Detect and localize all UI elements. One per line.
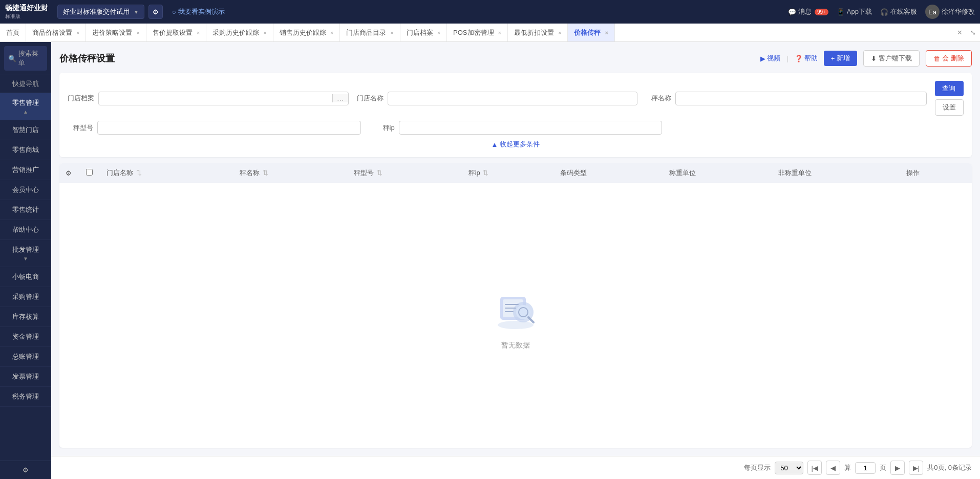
sidebar-item-ledger[interactable]: 总账管理 — [0, 347, 51, 367]
top-bar-left: 畅捷通好业财 标准版 好业财标准版交付试用 ▼ ⚙ ○ 我要看实例演示 — [5, 4, 225, 20]
page-number-input[interactable] — [855, 462, 876, 474]
tab-price-scale[interactable]: 价格传秤 × — [568, 24, 614, 42]
user-menu-button[interactable]: Ea 徐泽华修改 — [925, 5, 975, 19]
settings-icon[interactable]: ⚙ — [66, 169, 72, 177]
tab-product-price-label: 商品价格设置 — [32, 28, 72, 37]
sidebar-item-label: 总账管理 — [12, 352, 39, 361]
sidebar-item-label: 帮助中心 — [12, 225, 39, 234]
tab-store-catalog[interactable]: 门店商品目录 × — [340, 24, 400, 42]
scale-name-input[interactable] — [675, 92, 927, 105]
sidebar-item-finance[interactable]: 资金管理 — [0, 327, 51, 347]
demo-link[interactable]: ○ 我要看实例演示 — [172, 7, 225, 16]
sidebar-item-label: 小畅电商 — [12, 272, 39, 281]
th-scale-ip: 秤ip ⇅ — [462, 163, 554, 183]
sidebar-item-label: 会员中心 — [12, 185, 39, 194]
sidebar-item-smart-store[interactable]: 智慧门店 — [0, 120, 51, 140]
sort-icon: ⇅ — [263, 169, 268, 177]
tab-sales-history[interactable]: 销售历史价跟踪 × — [273, 24, 340, 42]
sidebar-item-inventory[interactable]: 库存核算 — [0, 307, 51, 327]
scale-model-label: 秤型号 — [68, 123, 93, 133]
version-settings-button[interactable]: ⚙ — [148, 5, 163, 19]
close-icon[interactable]: × — [197, 30, 200, 36]
tab-sale-price-label: 售价提取设置 — [153, 28, 193, 37]
store-name-label: 门店名称 — [357, 94, 384, 103]
tab-store-profile[interactable]: 门店档案 × — [400, 24, 447, 42]
help-link[interactable]: ❓ 帮助 — [795, 54, 818, 63]
message-label: 消息 — [798, 7, 812, 16]
download-client-button[interactable]: ⬇ 客户端下载 — [863, 50, 920, 67]
store-file-input[interactable] — [99, 92, 332, 105]
sidebar-item-wholesale[interactable]: 批发管理 ▼ — [0, 240, 51, 267]
close-icon[interactable]: × — [263, 30, 266, 36]
sidebar-item-retail-stats[interactable]: 零售统计 — [0, 200, 51, 220]
store-name-field: 门店名称 — [357, 92, 638, 105]
sidebar-item-ecommerce[interactable]: 小畅电商 — [0, 267, 51, 287]
close-icon[interactable]: × — [330, 30, 333, 36]
online-service-button[interactable]: 🎧 在线客服 — [880, 7, 917, 16]
search-menu-button[interactable]: 🔍 搜索菜单 — [4, 46, 47, 71]
close-icon[interactable]: × — [498, 30, 501, 36]
tab-home[interactable]: 首页 — [0, 24, 26, 42]
collapse-button[interactable]: ▲ 收起更多条件 — [492, 140, 540, 149]
more-button[interactable]: … — [332, 94, 348, 102]
tab-min-discount[interactable]: 最低折扣设置 × — [508, 24, 568, 42]
app-download-button[interactable]: 📱 App下载 — [837, 7, 872, 16]
last-page-button[interactable]: ▶| — [909, 461, 923, 475]
sidebar: 🔍 搜索菜单 快捷导航 零售管理 ▲ 智慧门店 零售商城 营销推广 会员中心 零… — [0, 42, 51, 479]
scale-ip-input[interactable] — [399, 121, 663, 135]
video-link[interactable]: ▶ 视频 — [760, 54, 780, 63]
sort-icon: ⇅ — [377, 169, 382, 177]
tab-purchase-history[interactable]: 采购历史价跟踪 × — [206, 24, 273, 42]
close-all-tabs-button[interactable]: × — [953, 28, 966, 37]
app-download-label: App下载 — [847, 7, 872, 16]
store-name-input[interactable] — [388, 92, 638, 105]
quick-nav-button[interactable]: 快捷导航 — [0, 75, 51, 93]
tab-purchase-strategy[interactable]: 进价策略设置 × — [86, 24, 146, 42]
sidebar-item-label: 发票管理 — [12, 372, 39, 381]
select-all-checkbox[interactable] — [86, 169, 93, 176]
close-icon[interactable]: × — [76, 30, 79, 36]
close-icon[interactable]: × — [605, 30, 608, 36]
sidebar-settings-button[interactable]: ⚙ — [0, 461, 51, 479]
empty-text: 暂无数据 — [501, 341, 530, 350]
add-button[interactable]: + 新增 — [824, 51, 858, 66]
sidebar-item-retail-mall[interactable]: 零售商城 — [0, 140, 51, 160]
delete-label: 会 删除 — [942, 54, 964, 63]
query-button[interactable]: 查询 — [935, 81, 964, 96]
sidebar-item-marketing[interactable]: 营销推广 — [0, 160, 51, 180]
th-scale-name: 秤名称 ⇅ — [233, 163, 348, 183]
sidebar-item-purchase[interactable]: 采购管理 — [0, 287, 51, 307]
expand-tabs-button[interactable]: ⤡ — [966, 29, 980, 36]
first-page-button[interactable]: |◀ — [807, 461, 822, 475]
tab-sale-price[interactable]: 售价提取设置 × — [146, 24, 206, 42]
empty-illustration — [490, 281, 541, 333]
next-page-button[interactable]: ▶ — [890, 461, 905, 475]
close-icon[interactable]: × — [437, 30, 440, 36]
settings-filter-button[interactable]: 设置 — [935, 99, 964, 116]
per-page-select[interactable]: 50 100 — [775, 462, 803, 474]
tab-purchase-strategy-label: 进价策略设置 — [92, 28, 132, 37]
sidebar-item-retail[interactable]: 零售管理 ▲ — [0, 93, 51, 120]
search-icon: 🔍 — [8, 55, 16, 62]
collapse-label: 收起更多条件 — [500, 140, 540, 149]
prev-page-button[interactable]: ◀ — [826, 461, 840, 475]
close-icon[interactable]: × — [558, 30, 561, 36]
version-select[interactable]: 好业财标准版交付试用 ▼ — [57, 5, 144, 19]
sidebar-item-tax[interactable]: 税务管理 — [0, 387, 51, 407]
content-area: 价格传秤设置 ▶ 视频 | ❓ 帮助 + 新增 — [51, 42, 980, 479]
sidebar-item-help[interactable]: 帮助中心 — [0, 220, 51, 240]
sidebar-item-member[interactable]: 会员中心 — [0, 180, 51, 200]
sidebar-item-label: 零售管理 — [12, 98, 39, 107]
scale-model-input[interactable] — [97, 121, 361, 135]
close-icon[interactable]: × — [136, 30, 139, 36]
tab-product-price[interactable]: 商品价格设置 × — [26, 24, 86, 42]
sidebar-item-label: 零售统计 — [12, 205, 39, 214]
sidebar-item-invoice[interactable]: 发票管理 — [0, 367, 51, 387]
tab-pos[interactable]: POS加密管理 × — [447, 24, 508, 42]
th-operation: 操作 — [900, 163, 972, 183]
delete-button[interactable]: 🗑 会 删除 — [926, 50, 972, 67]
close-icon[interactable]: × — [390, 30, 393, 36]
message-button[interactable]: 💬 消息 99+ — [788, 7, 828, 16]
tab-pos-label: POS加密管理 — [453, 28, 494, 37]
chevron-down-icon: ▼ — [134, 9, 139, 15]
